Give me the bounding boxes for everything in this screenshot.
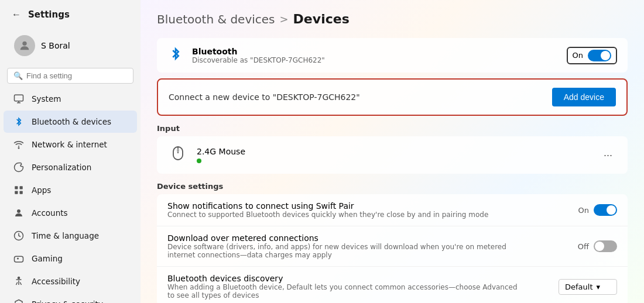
- search-input[interactable]: [26, 71, 127, 80]
- accessibility-icon: [13, 276, 25, 287]
- mouse-more-button[interactable]: ···: [599, 147, 617, 164]
- bluetooth-left: Bluetooth Discoverable as "DESKTOP-7GCH6…: [167, 46, 325, 64]
- bluetooth-discoverable: Discoverable as "DESKTOP-7GCH622": [192, 56, 325, 64]
- setting-text-swift-pair: Show notifications to connect using Swif…: [167, 201, 488, 219]
- sidebar-item-system[interactable]: System: [4, 88, 137, 110]
- user-name: S Boral: [41, 41, 70, 50]
- mouse-info: 2.4G Mouse: [197, 147, 245, 163]
- discovery-dropdown[interactable]: Default ▾: [559, 279, 617, 295]
- mouse-icon: [167, 144, 189, 166]
- mouse-status-dot: [197, 159, 201, 163]
- sidebar-item-network[interactable]: Network & internet: [4, 133, 137, 156]
- setting-desc-metered: Device software (drivers, info, and apps…: [167, 243, 519, 259]
- sidebar-item-label: Bluetooth & devices: [32, 117, 111, 126]
- breadcrumb-separator: >: [280, 13, 289, 25]
- sidebar-item-personalization[interactable]: Personalization: [4, 156, 137, 178]
- svg-rect-3: [15, 186, 18, 189]
- bluetooth-toggle-container[interactable]: On: [567, 47, 617, 64]
- bluetooth-toggle-label: On: [573, 51, 583, 60]
- network-icon: [13, 139, 25, 150]
- setting-name-swift-pair: Show notifications to connect using Swif…: [167, 201, 488, 211]
- personalization-icon: [13, 161, 25, 173]
- search-icon: 🔍: [13, 71, 23, 80]
- sidebar-item-accessibility[interactable]: Accessibility: [4, 270, 137, 292]
- add-device-text: Connect a new device to "DESKTOP-7GCH622…: [169, 92, 360, 102]
- sidebar-item-accounts[interactable]: Accounts: [4, 202, 137, 224]
- sidebar-item-bluetooth[interactable]: Bluetooth & devices: [4, 111, 137, 133]
- privacy-icon: [13, 298, 25, 303]
- swift-pair-toggle[interactable]: [594, 204, 617, 216]
- svg-rect-9: [15, 256, 23, 262]
- setting-desc-discovery: When adding a Bluetooth device, Default …: [167, 283, 519, 299]
- sidebar-header: ← Settings: [0, 0, 141, 27]
- sidebar-item-label: Apps: [32, 185, 51, 195]
- setting-row-swift-pair: Show notifications to connect using Swif…: [157, 194, 628, 226]
- svg-point-2: [18, 147, 19, 149]
- user-profile[interactable]: S Boral: [5, 29, 136, 62]
- swift-pair-toggle-label: On: [578, 206, 589, 215]
- add-device-button[interactable]: Add device: [552, 88, 616, 106]
- sidebar-item-apps[interactable]: Apps: [4, 179, 137, 201]
- bluetooth-device-icon: [167, 46, 184, 64]
- time-icon: [13, 230, 25, 242]
- svg-point-7: [17, 209, 20, 213]
- chevron-down-icon: ▾: [597, 283, 601, 291]
- mouse-card: 2.4G Mouse ···: [157, 136, 628, 174]
- setting-row-metered: Download over metered connections Device…: [157, 226, 628, 267]
- input-section-header: Input: [157, 124, 628, 133]
- sidebar-item-label: System: [32, 94, 61, 104]
- setting-row-discovery: Bluetooth devices discovery When adding …: [157, 267, 628, 303]
- bluetooth-toggle[interactable]: [588, 50, 611, 61]
- sidebar-title: Settings: [28, 9, 70, 20]
- metered-toggle[interactable]: [594, 240, 617, 252]
- sidebar-item-label: Privacy & security: [32, 299, 103, 303]
- device-settings-block: Show notifications to connect using Swif…: [157, 194, 628, 303]
- add-device-card: Connect a new device to "DESKTOP-7GCH622…: [157, 78, 628, 116]
- breadcrumb: Bluetooth & devices > Devices: [157, 12, 628, 26]
- svg-point-13: [177, 149, 179, 152]
- setting-desc-swift-pair: Connect to supported Bluetooth devices q…: [167, 211, 488, 219]
- setting-name-discovery: Bluetooth devices discovery: [167, 274, 519, 283]
- device-settings-header: Device settings: [157, 182, 628, 191]
- sidebar-item-label: Time & language: [32, 231, 99, 240]
- svg-point-10: [18, 277, 20, 279]
- sidebar-item-label: Personalization: [32, 163, 91, 172]
- sidebar-item-label: Accessibility: [32, 277, 80, 286]
- sidebar: ← Settings S Boral 🔍 System Bluetoo: [0, 0, 141, 303]
- setting-control-metered[interactable]: Off: [578, 240, 617, 252]
- setting-control-discovery[interactable]: Default ▾: [559, 279, 617, 295]
- setting-control-swift-pair[interactable]: On: [578, 204, 617, 216]
- main-content: Bluetooth & devices > Devices Bluetooth …: [141, 0, 644, 303]
- breadcrumb-parent[interactable]: Bluetooth & devices: [157, 12, 275, 26]
- setting-text-discovery: Bluetooth devices discovery When adding …: [167, 274, 519, 299]
- sidebar-item-gaming[interactable]: Gaming: [4, 247, 137, 270]
- sidebar-item-time[interactable]: Time & language: [4, 225, 137, 247]
- back-button[interactable]: ←: [9, 7, 23, 22]
- svg-rect-6: [20, 191, 23, 194]
- sidebar-item-privacy[interactable]: Privacy & security: [4, 293, 137, 303]
- bluetooth-icon: [13, 116, 25, 128]
- bluetooth-card: Bluetooth Discoverable as "DESKTOP-7GCH6…: [157, 38, 628, 73]
- metered-toggle-label: Off: [578, 242, 589, 251]
- sidebar-item-label: Accounts: [32, 208, 68, 218]
- svg-rect-5: [15, 191, 18, 194]
- setting-text-metered: Download over metered connections Device…: [167, 233, 519, 259]
- svg-point-0: [22, 42, 26, 46]
- nav-menu: System Bluetooth & devices Network & int…: [0, 87, 141, 303]
- sidebar-item-label: Gaming: [32, 254, 63, 263]
- discovery-dropdown-value: Default: [565, 283, 593, 291]
- system-icon: [13, 93, 25, 105]
- mouse-name: 2.4G Mouse: [197, 147, 245, 156]
- setting-name-metered: Download over metered connections: [167, 233, 519, 243]
- svg-rect-1: [15, 95, 23, 101]
- mouse-left: 2.4G Mouse: [167, 144, 245, 166]
- bluetooth-name: Bluetooth: [192, 47, 325, 56]
- avatar: [14, 35, 35, 56]
- accounts-icon: [13, 207, 25, 219]
- gaming-icon: [13, 253, 25, 264]
- bluetooth-info: Bluetooth Discoverable as "DESKTOP-7GCH6…: [192, 47, 325, 64]
- apps-icon: [13, 184, 25, 196]
- svg-rect-4: [20, 186, 23, 189]
- search-box[interactable]: 🔍: [7, 68, 133, 84]
- breadcrumb-current: Devices: [293, 12, 350, 26]
